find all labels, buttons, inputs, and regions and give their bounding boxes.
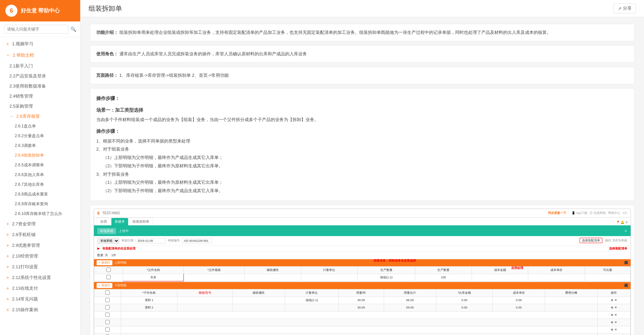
sim-lower-row-6: ⊕ ✕: [94, 333, 631, 335]
lr1-cost-unit: 0.00: [493, 296, 545, 304]
plus-icon-2-11: ＋: [5, 264, 10, 270]
sidebar-item-2-1[interactable]: 2.1新手入门: [0, 61, 80, 71]
sim-uploading-tab[interactable]: 上传中: [119, 229, 129, 233]
op-steps2-label: 操作步骤：: [96, 127, 628, 136]
sidebar-item-2-7[interactable]: ＋ 2.7资金管理: [0, 219, 80, 229]
sidebar-item-2-9[interactable]: ＋ 2.9优惠券管理: [0, 240, 80, 251]
sidebar-item-2-14[interactable]: ＋ 2.14常见问题: [0, 294, 80, 304]
sidebar-item-2-5[interactable]: 2.5采购管理: [0, 101, 80, 111]
sim-tab-ziy[interactable]: 自营: [97, 218, 111, 225]
sim-topbar: 6 TEST-H002 同步更新一下 📱 App下载 ⑦ 在线帮助 帮助中心 C…: [94, 209, 631, 218]
sim-count-value: 1件: [111, 253, 116, 258]
lr4-empty: [121, 319, 597, 326]
role-label: 使用角色：: [96, 51, 118, 56]
sim-count-label: 数量: 共: [97, 253, 108, 258]
sidebar-item-2-4[interactable]: 2.4销售管理: [0, 91, 80, 101]
sidebar-item-2-13[interactable]: ＋ 2.13在线支付: [0, 283, 80, 294]
sim-row1-name: 关米: [123, 274, 184, 281]
sidebar-item-2-6-3[interactable]: 2.6.3调拨单: [0, 141, 80, 151]
sidebar-item-2-10[interactable]: ＋ 2.10经营管理: [0, 251, 80, 262]
lr2-name: 黑料 2: [121, 304, 177, 311]
sidebar-item-2-6-1[interactable]: 2.6.1盘点单: [0, 121, 80, 131]
op-steps-label: 操作步骤：: [96, 94, 628, 103]
search-box: 🔍: [0, 21, 80, 37]
sim-upper-row-1: 关米 场地(1-1) 100: [94, 274, 631, 281]
sim-nav-tabs: 自营 新建单 组装拆卸单 📍 🔔 ⚙: [94, 218, 631, 226]
lr3-check[interactable]: [105, 313, 110, 317]
lr1-alloc: [545, 296, 597, 304]
lh-col-unit: 计量单位: [285, 289, 339, 296]
sidebar-item-2-8[interactable]: ＋ 2.8手机旺铺: [0, 229, 80, 240]
path-label: 页面路径：: [96, 73, 118, 78]
lh-check-all[interactable]: [105, 290, 110, 295]
sidebar-item-2-6-2[interactable]: 2.6.2分量盘点单: [0, 131, 80, 141]
sim-top-right: 📱 App下载 ⑦ 在线帮助 帮助中心 CC: [572, 211, 627, 215]
lr1-qty-total: 66.00: [384, 296, 436, 304]
sim-tab-new[interactable]: 新建单: [111, 218, 128, 225]
lr1-check[interactable]: [105, 298, 110, 302]
plus-icon-2-7: ＋: [5, 221, 10, 227]
lr2-check[interactable]: [105, 305, 110, 310]
sim-tab-zztcd[interactable]: 组装拆卸单: [129, 218, 153, 225]
sidebar-item-1-label: 1.视频学习: [12, 41, 33, 47]
sim-col-aux: 辅助属性: [245, 266, 301, 274]
logo-icon: 6: [5, 5, 17, 17]
sidebar-item-2-6[interactable]: － 2.6库存核算: [0, 111, 80, 121]
search-input[interactable]: [4, 25, 68, 34]
share-button[interactable]: ↗ 分享: [613, 3, 636, 13]
sidebar-item-2[interactable]: － 2.帮助文档: [0, 49, 80, 61]
sim-add-row-btn2[interactable]: + 添加行: [97, 283, 112, 288]
lr5-check[interactable]: [105, 327, 110, 332]
lr2-qty-per: 30.00: [338, 304, 384, 311]
step3: 3、对于拆装业务: [96, 170, 628, 179]
sim-col-parent-name: *父件名称: [123, 266, 184, 274]
sim-row1-spec: [184, 274, 245, 281]
topbar: 组装拆卸单 ↗ 分享: [80, 0, 644, 17]
step1: 1、根据不同的业务，选择不同单据的类型来处理: [96, 137, 628, 146]
sidebar-item-2-6-7[interactable]: 2.6.7其他出库单: [0, 180, 80, 189]
sim-expand-icon2[interactable]: ⬛: [624, 284, 628, 287]
sidebar-item-1[interactable]: ＋ 1.视频学习: [0, 39, 80, 49]
sidebar-header: 6 好生意 帮助中心: [0, 0, 80, 21]
lr5-empty: [121, 326, 597, 333]
sidebar-item-2-6-4[interactable]: 2.6.4组装拆卸单: [0, 151, 80, 160]
app-title: 好生意 帮助中心: [21, 7, 60, 14]
sim-config-btn[interactable]: 选择装配清单: [580, 238, 602, 243]
sidebar-item-2-3[interactable]: 2.3使用前数据准备: [0, 81, 80, 91]
sim-check-all[interactable]: [106, 268, 111, 272]
sim-row1-check: [94, 274, 123, 281]
sim-toolbar: 本地草稿 组装 单据日期 2019-12-26 单据编号 AD-20191226…: [94, 236, 631, 246]
role-block: 使用角色： 通常由生产人员或库管人员完成拆装业务的操作，库管人员确认原材料的出库…: [90, 45, 635, 63]
sidebar-item-2-6-6[interactable]: 2.6.6其他入库单: [0, 170, 80, 180]
sim-close-icon[interactable]: ✕: [625, 229, 627, 233]
lr4-ops: ⊕ ✕: [597, 319, 630, 326]
sim-section-header: + 添加行 上部明细 ⬛: [94, 259, 631, 266]
lr1-aux: [232, 296, 285, 304]
search-button[interactable]: 🔍: [70, 26, 76, 32]
sidebar-item-2-12[interactable]: ＋ 2.12系统个性化设置: [0, 272, 80, 283]
plus-icon: ＋: [5, 41, 10, 47]
sim-local-draft-tab[interactable]: 本地草稿: [97, 228, 116, 234]
lr4-check[interactable]: [105, 320, 110, 324]
sim-col-prod-qty2: 生产数量: [415, 266, 472, 274]
sim-date-label: 单据日期: [121, 238, 133, 243]
sidebar-item-2-2[interactable]: 2.2产品安装及登录: [0, 71, 80, 81]
main-area: 组装拆卸单 ↗ 分享 功能介绍： 组装拆卸单用来处理企业组装或拆卸等加工业务，支…: [80, 0, 644, 335]
plus-icon-2-10: ＋: [5, 253, 10, 259]
sim-add-row-btn[interactable]: + 添加行: [97, 260, 112, 265]
sidebar-item-2-15[interactable]: ＋ 2.15操作案例: [0, 304, 80, 315]
sim-count-row: 数量: 共 1件: [94, 252, 631, 259]
sim-type-select[interactable]: 本地草稿 组装: [97, 238, 119, 244]
sim-row1-checkbox[interactable]: [106, 275, 111, 279]
sidebar-item-2-6-10[interactable]: 2.6.10库存账本错了怎么办: [0, 209, 80, 219]
sim-lower-table: *子件名称 规格/型号 辅助属性 计量单位 用量/件 用量合计 *出库金额 成本…: [94, 289, 631, 335]
step3-1: （1）上部明细为父件明细，最终作为原材料生成其它出库单；: [96, 178, 628, 187]
sim-new-btn: 同步更新一下: [548, 211, 566, 215]
sidebar-item-2-6-5[interactable]: 2.6.5成本调整单: [0, 160, 80, 170]
sim-expand-icon[interactable]: ⬛: [624, 261, 628, 264]
sidebar-item-2-6-8[interactable]: 2.6.8商品成本重算: [0, 189, 80, 199]
lr1-out-amount: 0.00: [436, 296, 492, 304]
sidebar-item-2-11[interactable]: ＋ 2.11打印设置: [0, 262, 80, 272]
sidebar-item-2-6-9[interactable]: 2.6.9库存账本查询: [0, 199, 80, 209]
lh-col-qty-per: 用量/件: [338, 289, 384, 296]
